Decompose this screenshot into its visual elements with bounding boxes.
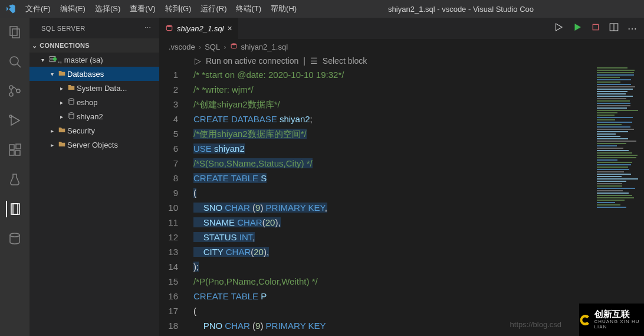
- editor-tab[interactable]: shiyan2_1.sql ×: [159, 18, 239, 39]
- code-line[interactable]: CREATE TABLE P: [189, 289, 644, 304]
- testing-icon[interactable]: [6, 171, 23, 188]
- explorer-icon[interactable]: [6, 24, 23, 40]
- split-editor-icon[interactable]: [609, 22, 619, 35]
- svg-rect-14: [13, 204, 18, 214]
- code-line[interactable]: CREATE TABLE S: [189, 171, 644, 185]
- sql-file-icon: [165, 24, 173, 34]
- tree-label: shiyan2: [77, 112, 159, 121]
- close-icon[interactable]: ×: [228, 24, 232, 33]
- run-icon[interactable]: [572, 22, 583, 35]
- editor-area: shiyan2_1.sql × ⋯ .vscode › SQL › shiyan…: [159, 18, 644, 336]
- code-line[interactable]: /*创建shiyan2数据库*/: [189, 97, 644, 112]
- tab-filename: shiyan2_1.sql: [177, 24, 224, 33]
- folder-icon: [57, 126, 67, 136]
- svg-line-3: [17, 64, 21, 67]
- menu-item[interactable]: 编辑(E): [55, 4, 90, 14]
- code-lens-row: ▷ Run on active connection | ☰ Select bl…: [159, 54, 644, 67]
- code-line[interactable]: PNO CHAR (9) PRIMARY KEY: [189, 318, 644, 333]
- svg-point-18: [69, 98, 74, 100]
- tree-label: eshop: [77, 98, 159, 107]
- chevron-right-icon: ›: [199, 43, 201, 51]
- server-icon: [47, 55, 58, 65]
- chevron-icon: ▾: [38, 57, 47, 63]
- corner-sub: CHUANG XIN HU LIAN: [594, 319, 644, 330]
- menu-item[interactable]: 查看(V): [125, 4, 160, 14]
- menu-item[interactable]: 选择(S): [90, 4, 125, 14]
- code-line[interactable]: /* *start on @date: 2020-10-10 19:32*/: [189, 67, 644, 82]
- tree-item[interactable]: ▾., master (sa): [29, 53, 159, 67]
- window-title: shiyan2_1.sql - vscode - Visual Studio C…: [301, 5, 644, 14]
- sql-file-icon: [230, 42, 238, 51]
- menu-item[interactable]: 终端(T): [231, 4, 266, 14]
- code-line[interactable]: /*使用shiyan2数据库的空间*/: [189, 126, 644, 141]
- code-line[interactable]: SNO CHAR (9) PRIMARY KEY,: [189, 200, 644, 215]
- svg-point-8: [9, 115, 12, 118]
- source-control-icon[interactable]: [6, 83, 23, 99]
- debug-icon[interactable]: [6, 112, 23, 129]
- svg-point-19: [69, 112, 74, 115]
- code-editor[interactable]: 123456789101112131415161718 /* *start on…: [159, 67, 644, 336]
- svg-point-20: [166, 25, 172, 27]
- sidebar-title: SQL SERVER ⋯: [29, 18, 159, 38]
- minimap[interactable]: [597, 67, 638, 227]
- menu-item[interactable]: 帮助(H): [266, 4, 301, 14]
- code-line[interactable]: SNAME CHAR(20),: [189, 215, 644, 230]
- tree-label: Server Objects: [67, 141, 159, 149]
- sidebar-more-icon[interactable]: ⋯: [144, 24, 152, 32]
- svg-point-2: [10, 57, 18, 65]
- tree-item[interactable]: ▸shiyan2: [29, 109, 159, 123]
- folder-icon: [66, 83, 77, 93]
- execute-icon[interactable]: [553, 22, 564, 35]
- svg-marker-21: [556, 24, 563, 31]
- code-lines[interactable]: /* *start on @date: 2020-10-10 19:32*//*…: [189, 67, 644, 336]
- chevron-icon: ▾: [47, 71, 57, 77]
- breadcrumb-item[interactable]: shiyan2_1.sql: [241, 43, 288, 51]
- code-line[interactable]: CREATE DATABASE shiyan2;: [189, 112, 644, 126]
- chevron-right-icon: ›: [224, 43, 226, 51]
- play-icon: ▷: [195, 56, 201, 66]
- menu-item[interactable]: 转到(G): [160, 4, 196, 14]
- more-actions-icon[interactable]: ⋯: [627, 23, 637, 34]
- folder-icon: [57, 140, 67, 150]
- select-block-link[interactable]: Select block: [323, 56, 367, 66]
- tree-item[interactable]: ▸eshop: [29, 95, 159, 109]
- connections-header[interactable]: ⌄ CONNECTIONS: [29, 38, 159, 53]
- vscode-logo-icon: [0, 4, 21, 14]
- svg-point-26: [231, 43, 236, 45]
- tree-item[interactable]: ▸Server Objects: [29, 138, 159, 152]
- menu-bar: 文件(F)编辑(E)选择(S)查看(V)转到(G)运行(R)终端(T)帮助(H): [21, 4, 301, 14]
- tree-label: Databases: [67, 70, 159, 79]
- run-connection-link[interactable]: Run on active connection: [206, 56, 298, 66]
- search-icon[interactable]: [6, 53, 23, 70]
- code-line[interactable]: /* *writer: wjm*/: [189, 82, 644, 97]
- extensions-icon[interactable]: [6, 142, 23, 158]
- code-line[interactable]: (: [189, 185, 644, 200]
- code-line[interactable]: CITY CHAR(20),: [189, 244, 644, 259]
- stop-icon[interactable]: [591, 22, 600, 34]
- breadcrumb-item[interactable]: .vscode: [169, 43, 195, 51]
- db-icon: [66, 112, 77, 122]
- activity-bar: [0, 18, 29, 336]
- chevron-icon: ▸: [57, 113, 66, 120]
- code-line[interactable]: STATUS INT,: [189, 230, 644, 244]
- tree-view: ▾., master (sa)▾Databases▸System Data...…: [29, 53, 159, 336]
- svg-rect-10: [9, 151, 14, 155]
- sidebar-title-text: SQL SERVER: [41, 25, 86, 32]
- code-line[interactable]: /*S(Sno,SName,Status,City) */: [189, 156, 644, 171]
- code-line[interactable]: /*P(Pno,PName,Color,Weitht) */: [189, 274, 644, 289]
- tree-item[interactable]: ▾Databases: [29, 67, 159, 81]
- tab-bar: shiyan2_1.sql × ⋯: [159, 18, 644, 39]
- code-line[interactable]: USE shiyan2: [189, 141, 644, 156]
- svg-marker-22: [575, 24, 581, 31]
- code-line[interactable]: (: [189, 304, 644, 318]
- code-line[interactable]: );: [189, 259, 644, 274]
- tree-item[interactable]: ▸System Data...: [29, 81, 159, 95]
- sql-server-icon[interactable]: [6, 201, 22, 217]
- tree-item[interactable]: ▸Security: [29, 123, 159, 138]
- breadcrumbs[interactable]: .vscode › SQL › shiyan2_1.sql: [159, 39, 644, 54]
- svg-rect-23: [593, 24, 598, 30]
- database-icon[interactable]: [6, 230, 23, 247]
- menu-item[interactable]: 文件(F): [21, 4, 55, 14]
- breadcrumb-item[interactable]: SQL: [205, 43, 220, 51]
- menu-item[interactable]: 运行(R): [196, 4, 231, 14]
